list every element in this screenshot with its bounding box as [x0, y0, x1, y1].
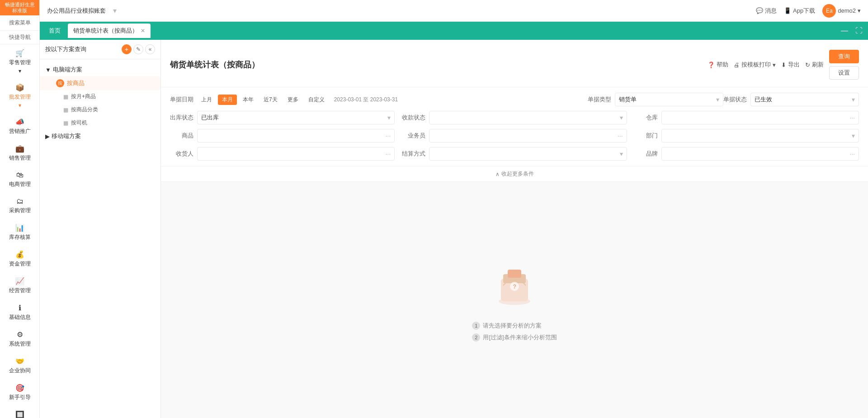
- marketing-icon: 📣: [15, 118, 24, 126]
- tab-home[interactable]: 首页: [43, 24, 66, 38]
- product-dots-icon: ···: [386, 132, 391, 139]
- date-filter-tabs: 上月 本月 本年 近7天 更多 自定义 2023-03-01 至 2023-03…: [197, 95, 398, 105]
- tree-group-desktop-header[interactable]: ▼ 电脑端方案: [40, 63, 160, 76]
- page-header: 销货单统计表（按商品） ❓ 帮助 🖨 按模板打印 ▾ ⬇ 导出: [161, 40, 868, 87]
- tip-2-text: 用[过滤]条件来缩小分析范围: [483, 333, 557, 342]
- by-month-icon: ▦: [63, 94, 68, 100]
- app-download-btn[interactable]: 📱 App下载: [784, 7, 815, 15]
- action-btns: 查询 设置: [829, 46, 859, 83]
- message-label: 消息: [765, 7, 777, 15]
- receiver-field: 收货人 ···: [170, 147, 395, 161]
- department-dropdown[interactable]: ▾: [661, 129, 859, 142]
- sidebar-item-retail[interactable]: 🛒 零售管理 ▾: [0, 44, 39, 79]
- user-avatar: Ea: [822, 4, 836, 18]
- warehouse-dropdown[interactable]: ···: [661, 111, 859, 124]
- date-tab-last-month[interactable]: 上月: [197, 95, 216, 105]
- sidebar-item-purchase-label: 采购管理: [9, 207, 31, 214]
- sidebar-item-wholesale[interactable]: 📦 批发管理 ▾: [0, 79, 39, 113]
- brand-dropdown[interactable]: ···: [661, 147, 859, 161]
- tree-subitem-category-label: 按商品分类: [71, 106, 98, 114]
- tab-report[interactable]: 销货单统计表（按商品） ✕: [68, 24, 151, 38]
- tab-close-icon[interactable]: ✕: [141, 28, 145, 34]
- sidebar-item-sales[interactable]: 💼 销售管理: [0, 140, 39, 166]
- tree-subitem-by-month-product[interactable]: ▦ 按月+商品: [40, 90, 160, 103]
- tab-minimize-btn[interactable]: —: [839, 25, 850, 36]
- sidebar-item-purchase[interactable]: 🗂 采购管理: [0, 193, 39, 219]
- collapse-bar[interactable]: ∧ 收起更多条件: [161, 166, 868, 182]
- tab-report-label: 销货单统计表（按商品）: [73, 27, 138, 35]
- sidebar-item-operations[interactable]: 📈 经营管理: [0, 272, 39, 299]
- date-tab-this-year[interactable]: 本年: [239, 95, 258, 105]
- tree-group-mobile-header[interactable]: ▶ 移动端方案: [40, 129, 160, 143]
- sidebar-quick-nav[interactable]: 快捷导航: [0, 31, 39, 44]
- user-dropdown-icon: ▾: [858, 7, 861, 14]
- date-tab-7days[interactable]: 近7天: [259, 95, 282, 105]
- sidebar-item-operations-label: 经营管理: [9, 287, 31, 294]
- doc-status-field: 单据状态 已生效 ▾: [723, 93, 859, 106]
- sidebar-item-system-label: 系统管理: [9, 340, 31, 348]
- dropdown-arrow-icon[interactable]: ▾: [113, 6, 117, 15]
- sidebar-item-retail-label: 零售管理: [9, 59, 31, 66]
- stock-status-label: 出库状态: [170, 114, 197, 122]
- doc-status-dropdown[interactable]: 已生效 ▾: [750, 93, 859, 106]
- tree-group-desktop: ▼ 电脑端方案 按 按商品 ▦ 按月+商品 ▦ 按商品分类: [40, 63, 160, 129]
- sidebar-item-system[interactable]: ⚙ 系统管理: [0, 326, 39, 352]
- warehouse-field: 仓库 ···: [634, 111, 859, 124]
- empty-tips: 1 请先选择要分析的方案 2 用[过滤]条件来缩小分析范围: [472, 322, 557, 342]
- scheme-edit-btn[interactable]: ✎: [133, 44, 143, 54]
- date-tab-custom[interactable]: 自定义: [304, 95, 329, 105]
- sidebar-item-basic-label: 基础信息: [9, 314, 31, 321]
- salesperson-dropdown[interactable]: ···: [429, 129, 627, 142]
- user-info[interactable]: Ea demo2 ▾: [822, 4, 861, 18]
- message-btn[interactable]: 💬 消息: [756, 7, 777, 15]
- sidebar-search[interactable]: 搜索菜单: [0, 15, 39, 31]
- product-label: 商品: [170, 132, 197, 140]
- ecommerce-icon: 🛍: [16, 171, 24, 179]
- finance-icon: 💰: [15, 250, 24, 259]
- sales-icon: 💼: [15, 144, 24, 153]
- filter-row-2: 出库状态 已出库 ▾ 收款状态 ▾: [170, 111, 859, 124]
- system-icon: ⚙: [17, 330, 23, 339]
- refresh-btn[interactable]: ↻ 刷新: [805, 61, 824, 69]
- date-tab-this-month[interactable]: 本月: [218, 95, 237, 105]
- template-print-btn[interactable]: 🖨 按模板打印 ▾: [734, 61, 776, 69]
- newbie-icon: 🎯: [15, 384, 24, 392]
- app-icon: 📱: [784, 7, 791, 14]
- sidebar-item-finance[interactable]: 💰 资金管理: [0, 246, 39, 272]
- receiver-dropdown[interactable]: ···: [197, 147, 395, 161]
- scheme-add-btn[interactable]: +: [122, 44, 132, 54]
- scheme-collapse-btn[interactable]: «: [145, 44, 155, 54]
- tree-subitem-by-register[interactable]: ▦ 按司机: [40, 116, 160, 129]
- product-dropdown[interactable]: ···: [197, 129, 395, 142]
- sidebar-item-enterprise[interactable]: 🤝 企业协同: [0, 352, 39, 379]
- doc-type-dropdown[interactable]: 销货单 ▾: [615, 93, 723, 106]
- pay-status-dropdown[interactable]: ▾: [429, 111, 627, 124]
- scheme-panel-actions: + ✎ «: [122, 44, 155, 54]
- tree-item-by-product[interactable]: 按 按商品: [40, 76, 160, 90]
- settings-button[interactable]: 设置: [829, 66, 859, 80]
- tab-expand-btn[interactable]: ⛶: [854, 25, 864, 36]
- tree-group-desktop-arrow: ▼: [45, 66, 51, 73]
- sidebar-item-basic[interactable]: ℹ 基础信息: [0, 299, 39, 326]
- query-button[interactable]: 查询: [829, 50, 859, 63]
- tree-subitem-by-category[interactable]: ▦ 按商品分类: [40, 103, 160, 116]
- date-tab-more[interactable]: 更多: [283, 95, 302, 105]
- sidebar-item-marketing[interactable]: 📣 营销推广: [0, 113, 39, 140]
- sidebar-item-newbie[interactable]: 🎯 新手引导: [0, 379, 39, 406]
- basic-icon: ℹ: [19, 304, 21, 312]
- export-btn[interactable]: ⬇ 导出: [781, 61, 800, 69]
- pay-status-field: 收款状态 ▾: [402, 111, 627, 124]
- stock-status-dropdown-icon: ▾: [387, 114, 391, 121]
- template-print-label: 按模板打印: [741, 61, 771, 69]
- help-btn[interactable]: ❓ 帮助: [708, 61, 728, 69]
- stock-status-dropdown[interactable]: 已出库 ▾: [197, 111, 395, 124]
- empty-illustration: ?: [487, 258, 542, 313]
- sidebar-item-inventory[interactable]: 📊 库存核算: [0, 219, 39, 246]
- sidebar-item-apps[interactable]: 🔲 应用中心: [0, 406, 39, 418]
- tree-group-desktop-label: 电脑端方案: [53, 66, 82, 74]
- settle-dropdown[interactable]: ▾: [429, 147, 627, 161]
- by-category-icon: ▦: [63, 107, 68, 113]
- tip-1-text: 请先选择要分析的方案: [483, 322, 542, 330]
- sidebar-item-ecommerce[interactable]: 🛍 电商管理: [0, 166, 39, 193]
- content-right: 销货单统计表（按商品） ❓ 帮助 🖨 按模板打印 ▾ ⬇ 导出: [161, 40, 868, 418]
